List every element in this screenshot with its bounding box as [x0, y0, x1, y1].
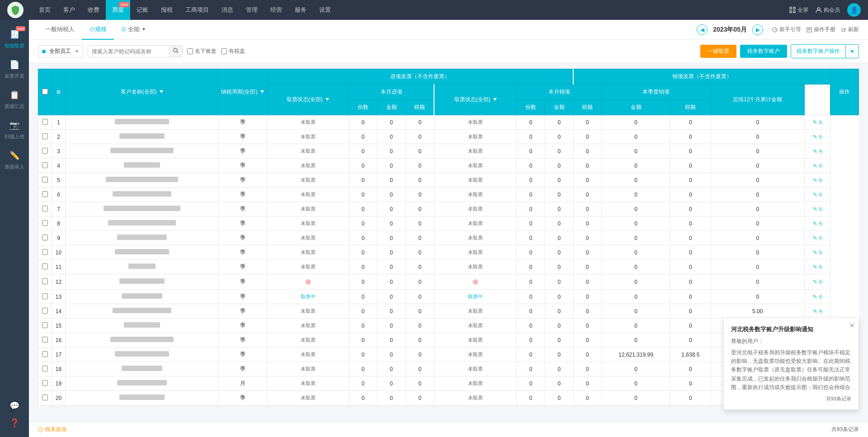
- row-copy-btn[interactable]: ⎘: [819, 279, 822, 285]
- row-edit-btn[interactable]: ✎: [813, 177, 817, 183]
- row-edit-btn[interactable]: ✎: [813, 163, 817, 169]
- new-badge: new: [119, 2, 129, 7]
- sidebar-item-summary[interactable]: 📋 票据汇总: [0, 84, 29, 114]
- sidebar-bottom-icon1[interactable]: 💬: [9, 401, 19, 411]
- fullscreen-btn[interactable]: 全屏: [789, 6, 808, 14]
- row-checkbox[interactable]: [42, 366, 48, 371]
- checkbox-taxpad[interactable]: 有税盘: [221, 47, 245, 55]
- sidebar-item-fetch-ticket[interactable]: 🧾 智能取票 new: [0, 23, 29, 54]
- row-edit-btn[interactable]: ✎: [813, 308, 817, 315]
- row-copy-btn[interactable]: ⎘: [819, 192, 822, 198]
- sidebar-item-enter[interactable]: ✏️ 票据录入: [0, 145, 29, 175]
- user-avatar[interactable]: 👤: [847, 3, 861, 17]
- row-out-count-cell: 0: [517, 333, 545, 348]
- row-copy-btn[interactable]: ⎘: [819, 264, 822, 270]
- row-checkbox[interactable]: [42, 249, 48, 255]
- row-edit-btn[interactable]: ✎: [813, 192, 817, 198]
- nav-home[interactable]: 首页: [33, 0, 57, 20]
- row-copy-btn[interactable]: ⎘: [819, 308, 822, 315]
- row-edit-btn[interactable]: ✎: [813, 148, 817, 155]
- new-guide-btn[interactable]: ? 新手引导: [772, 26, 801, 33]
- row-checkbox[interactable]: [42, 162, 48, 168]
- row-copy-btn[interactable]: ⎘: [819, 134, 822, 140]
- row-edit-btn[interactable]: ✎: [813, 206, 817, 212]
- nav-manage[interactable]: 管理: [240, 0, 264, 20]
- tab-all[interactable]: ⊙ 全能 ▼: [114, 20, 153, 40]
- row-checkbox[interactable]: [42, 293, 48, 299]
- row-copy-btn[interactable]: ⎘: [819, 148, 822, 155]
- row-checkbox[interactable]: [42, 220, 48, 226]
- row-action-cell: ✎ ⎘: [804, 188, 830, 202]
- digital-account-btn[interactable]: 税务数字账户: [740, 45, 787, 58]
- row-checkbox[interactable]: [42, 235, 48, 240]
- row-checkbox[interactable]: [42, 191, 48, 197]
- row-checkbox[interactable]: [42, 380, 48, 386]
- nav-settings[interactable]: 设置: [313, 0, 337, 20]
- row-edit-btn[interactable]: ✎: [813, 294, 817, 300]
- row-checkbox[interactable]: [42, 206, 48, 211]
- nav-invoice[interactable]: 票据 new: [106, 0, 130, 20]
- sidebar-item-open-invoice[interactable]: 📄 发票开具: [0, 54, 29, 84]
- blurred-name: [113, 308, 171, 313]
- row-copy-btn[interactable]: ⎘: [819, 221, 822, 227]
- row-edit-btn[interactable]: ✎: [813, 264, 817, 270]
- row-checkbox[interactable]: [42, 263, 48, 269]
- nav-message[interactable]: 消息: [215, 0, 240, 20]
- row-checkbox[interactable]: [42, 322, 48, 328]
- sidebar-bottom-icon2[interactable]: ❓: [9, 418, 19, 428]
- row-edit-btn[interactable]: ✎: [813, 235, 817, 241]
- manual-btn[interactable]: 操作手册: [807, 26, 835, 33]
- checkbox-account[interactable]: 名下账套: [187, 47, 217, 55]
- row-edit-btn[interactable]: ✎: [813, 134, 817, 140]
- nav-business[interactable]: 工商项目: [179, 0, 215, 20]
- row-edit-btn[interactable]: ✎: [813, 279, 817, 285]
- row-name-cell: [66, 188, 218, 202]
- row-copy-btn[interactable]: ⎘: [819, 163, 822, 169]
- nav-billing[interactable]: 收费: [81, 0, 106, 20]
- staff-select[interactable]: 全部员工 ▼: [38, 45, 83, 57]
- search-input[interactable]: [88, 47, 170, 56]
- row-checkbox[interactable]: [42, 148, 48, 154]
- row-copy-btn[interactable]: ⎘: [819, 235, 822, 241]
- nav-tax[interactable]: 报税: [155, 0, 179, 20]
- refresh-btn[interactable]: 刷新: [841, 26, 859, 33]
- row-checkbox[interactable]: [42, 351, 48, 357]
- nav-service[interactable]: 服务: [288, 0, 313, 20]
- row-checkbox[interactable]: [42, 308, 48, 314]
- row-copy-btn[interactable]: ⎘: [819, 294, 822, 300]
- row-checkbox[interactable]: [42, 177, 48, 183]
- row-edit-btn[interactable]: ✎: [813, 221, 817, 227]
- tab-small-scale[interactable]: 小规模: [82, 20, 114, 40]
- period-prev-btn[interactable]: ◀: [697, 24, 708, 35]
- tab-general-taxpayer[interactable]: 一般纳税人: [38, 20, 82, 40]
- row-copy-btn[interactable]: ⎘: [819, 206, 822, 212]
- dropdown-arrow-icon[interactable]: ▼: [846, 46, 859, 57]
- row-checkbox[interactable]: [42, 133, 48, 139]
- row-edit-btn[interactable]: ✎: [813, 249, 817, 256]
- checkbox-account-input[interactable]: [187, 48, 193, 54]
- row-checkbox[interactable]: [42, 395, 48, 400]
- nav-bookkeeping[interactable]: 记账: [130, 0, 155, 20]
- row-checkbox[interactable]: [42, 119, 48, 125]
- row-copy-btn[interactable]: ⎘: [819, 249, 822, 256]
- nav-customer[interactable]: 客户: [57, 0, 81, 20]
- period-next-btn[interactable]: ▶: [752, 24, 763, 35]
- notification-close-btn[interactable]: ✕: [849, 322, 855, 329]
- row-in-count-cell: 0: [349, 304, 377, 319]
- row-checkbox[interactable]: [42, 337, 48, 343]
- row-copy-btn[interactable]: ⎘: [819, 119, 822, 126]
- select-all-checkbox[interactable]: [42, 89, 48, 94]
- nav-operation[interactable]: 经营: [264, 0, 288, 20]
- row-checkbox[interactable]: [42, 278, 48, 284]
- search-button[interactable]: [169, 46, 182, 57]
- row-no-cell: 14: [52, 304, 66, 319]
- sidebar-item-scan[interactable]: 📷 扫描上传: [0, 114, 29, 145]
- row-copy-btn[interactable]: ⎘: [819, 177, 822, 183]
- member-btn[interactable]: 购会员: [816, 6, 840, 14]
- row-name-cell: [66, 391, 218, 405]
- row-edit-btn[interactable]: ✎: [813, 119, 817, 126]
- digital-account-operation-btn[interactable]: 税务数字账户操作 ▼: [791, 44, 859, 58]
- checkbox-taxpad-input[interactable]: [221, 48, 227, 54]
- one-click-fetch-btn[interactable]: 一键取票: [700, 45, 736, 58]
- tax-policy-link[interactable]: ! 税务政策: [38, 426, 67, 433]
